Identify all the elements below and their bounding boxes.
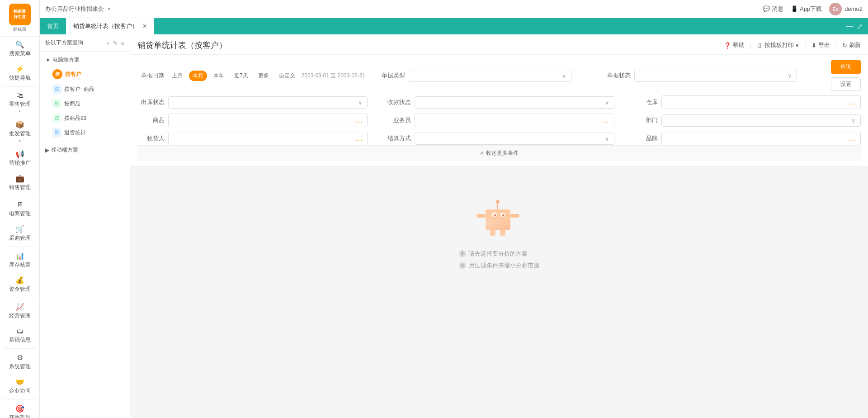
- svg-rect-11: [500, 229, 505, 236]
- product-select[interactable]: ...: [168, 114, 368, 127]
- filter-row-2: 出库状态 ∨ 收款状态 ∨ 仓库: [137, 95, 861, 109]
- scheme-collapse-button[interactable]: «: [121, 39, 124, 47]
- bill-status-select[interactable]: ∨: [634, 70, 797, 82]
- scheme-add-button[interactable]: +: [106, 39, 110, 47]
- scheme-item-by-product[interactable]: 按 按商品: [40, 96, 130, 111]
- scheme-group-desktop-toggle[interactable]: ▼ 电脑端方案: [40, 53, 130, 66]
- settle-select[interactable]: ∨: [415, 133, 614, 145]
- sidebar-item-wholesale[interactable]: 📦批发管理▲: [0, 117, 39, 146]
- scheme-group-mobile-label: 移动端方案: [51, 146, 78, 154]
- print-label: 按模板打印: [764, 41, 794, 49]
- bill-type-select[interactable]: ∨: [409, 70, 571, 82]
- sidebar-item-business[interactable]: 📈经营管理: [0, 299, 39, 323]
- out-status-select[interactable]: ∨: [168, 96, 368, 109]
- logo-sub-text: 标账版: [13, 26, 27, 33]
- sidebar-item-shortcut[interactable]: ⚡快捷导航: [0, 61, 39, 86]
- sidebar-item-system[interactable]: ⚙系统管理: [0, 350, 39, 374]
- salesman-dots-icon: ...: [602, 116, 609, 124]
- sidebar-divider-shortcut: [4, 86, 36, 87]
- collapse-more-button[interactable]: ∧ 收起更多条件: [137, 145, 861, 161]
- recipient-dots-icon: ...: [355, 134, 363, 142]
- sidebar-item-ecommerce[interactable]: 🖥电商管理: [0, 197, 39, 221]
- tab-home-label: 首页: [47, 22, 59, 30]
- svg-point-5: [502, 214, 505, 217]
- tab-maximize-icon[interactable]: ⤢: [857, 22, 863, 31]
- scheme-item-by-customer-product[interactable]: 按 按客户+商品: [40, 82, 130, 96]
- tab-close-icon[interactable]: ✕: [142, 23, 147, 29]
- sidebar-item-label-finance: 资金管理: [9, 285, 31, 293]
- pay-status-select[interactable]: ∨: [415, 96, 614, 109]
- sidebar-item-finance[interactable]: 💰资金管理: [0, 272, 39, 297]
- scheme-item-by-product99[interactable]: 按 按商品99: [40, 111, 130, 125]
- marketing-icon: 📢: [15, 150, 24, 158]
- print-dropdown-icon: ▾: [796, 42, 799, 49]
- tab-bar: 首页 销货单统计表（按客户） ✕ — ⤢: [40, 18, 868, 34]
- print-button[interactable]: 🖨 按模板打印 ▾: [757, 41, 799, 49]
- date-last-month[interactable]: 上月: [168, 71, 186, 81]
- sidebar-item-label-business: 经营管理: [9, 312, 31, 320]
- industry-selector[interactable]: 办公用品行业模拟账套 ▾: [45, 5, 111, 13]
- sidebar-item-retail[interactable]: 🛍零售管理▲: [0, 88, 39, 117]
- user-profile[interactable]: Ea demo2: [829, 3, 863, 15]
- sidebar: 畅捷通好生意 标账版 🔍搜索菜单⚡快捷导航🛍零售管理▲📦批发管理▲📢营销推广💼销…: [0, 0, 40, 418]
- sidebar-divider-sales: [4, 196, 36, 196]
- refresh-label: 刷新: [849, 41, 861, 49]
- search-button[interactable]: 查询: [831, 60, 861, 74]
- warehouse-select[interactable]: ...: [661, 95, 861, 109]
- sidebar-item-label-inventory: 库存核算: [9, 261, 31, 269]
- date-more[interactable]: 更多: [255, 71, 273, 81]
- sidebar-item-enterprise[interactable]: 🤝企业协同: [0, 374, 39, 399]
- scheme-group-mobile-toggle[interactable]: ▶ 移动端方案: [40, 143, 130, 157]
- date-custom[interactable]: 自定义: [275, 71, 299, 81]
- scheme-item-icon-5: 退: [52, 128, 61, 137]
- department-select[interactable]: ∨: [661, 114, 861, 127]
- date-picker: 上月 本月 本年 近7天 更多 自定义 2023-03-01 至 2023-03…: [168, 71, 365, 81]
- tab-sales-stat-label: 销货单统计表（按客户）: [73, 22, 138, 30]
- dropdown-icon[interactable]: ▾: [108, 5, 111, 12]
- filter-row-4: 收货人 ... 结算方式 ∨ 品牌: [137, 132, 861, 145]
- date-this-month[interactable]: 本月: [189, 71, 207, 81]
- tab-home[interactable]: 首页: [40, 18, 66, 34]
- empty-tip-2: ② 用过滤条件来缩小分析范围: [459, 260, 539, 271]
- sidebar-item-purchase[interactable]: 🛒采购管理: [0, 221, 39, 246]
- sidebar-item-marketing[interactable]: 📢营销推广: [0, 146, 39, 171]
- sidebar-item-label-shortcut: 快捷导航: [9, 74, 31, 82]
- scheme-item-return-stats[interactable]: 退 退货统计: [40, 125, 130, 140]
- wholesale-icon: 📦: [15, 120, 24, 129]
- sidebar-item-inventory[interactable]: 📊库存核算: [0, 248, 39, 272]
- refresh-icon: ↻: [842, 42, 847, 49]
- settings-button[interactable]: 设置: [831, 77, 861, 91]
- recipient-select[interactable]: ...: [168, 132, 368, 145]
- bill-status-label: 单据状态: [604, 71, 631, 80]
- scheme-edit-button[interactable]: ✎: [113, 39, 118, 47]
- message-button[interactable]: 💬 消息: [763, 5, 783, 13]
- sidebar-item-newbie[interactable]: 🎯新手引导: [0, 401, 39, 418]
- date-this-year[interactable]: 本年: [210, 71, 228, 81]
- sidebar-item-label-ecommerce: 电商管理: [9, 210, 31, 218]
- sidebar-item-label-marketing: 营销推广: [9, 159, 31, 167]
- bill-type-arrow-icon: ∨: [562, 72, 566, 79]
- page-header-actions: ❓ 帮助 | 🖨 按模板打印 ▾ | ⬇ 导出 |: [724, 41, 861, 49]
- export-label: 导出: [818, 41, 830, 49]
- scheme-item-by-customer[interactable]: 按 按客户: [40, 66, 130, 82]
- refresh-button[interactable]: ↻ 刷新: [842, 41, 861, 49]
- department-label: 部门: [631, 116, 658, 124]
- sidebar-item-label-system: 系统管理: [9, 363, 31, 370]
- scheme-item-icon-3: 按: [52, 99, 61, 108]
- message-label: 消息: [772, 5, 783, 13]
- app-download-button[interactable]: 📱 App下载: [791, 5, 822, 13]
- tab-sales-stat[interactable]: 销货单统计表（按客户） ✕: [66, 18, 154, 34]
- salesman-select[interactable]: ...: [415, 114, 614, 127]
- sidebar-item-basic[interactable]: 🗂基础信息: [0, 323, 39, 347]
- brand-select[interactable]: ...: [661, 132, 861, 145]
- message-icon: 💬: [763, 5, 770, 12]
- sidebar-item-sales[interactable]: 💼销售管理: [0, 171, 39, 195]
- date-last-7-days[interactable]: 近7天: [231, 71, 252, 81]
- export-button[interactable]: ⬇ 导出: [811, 41, 830, 49]
- help-label: 帮助: [733, 41, 745, 49]
- scheme-item-label: 按客户: [65, 71, 81, 78]
- tab-minimize-icon[interactable]: —: [846, 22, 853, 30]
- help-button[interactable]: ❓ 帮助: [724, 41, 745, 49]
- scheme-item-label-3: 按商品: [64, 100, 80, 108]
- sidebar-item-search[interactable]: 🔍搜索菜单: [0, 37, 39, 61]
